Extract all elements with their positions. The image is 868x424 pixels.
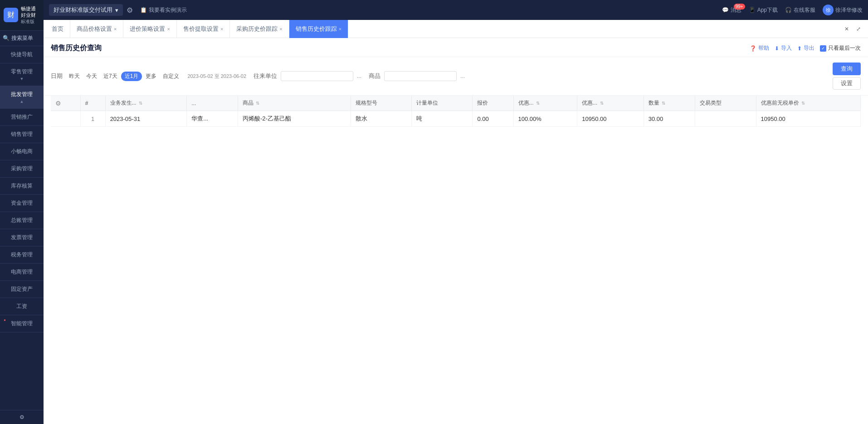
col-pretax-price[interactable]: 优惠前无税单价 ⇅ — [756, 96, 860, 111]
tab-label: 商品价格设置 — [77, 25, 112, 33]
tab-price-extract[interactable]: 售价提取设置 × — [177, 20, 230, 38]
sidebar-item-invoice[interactable]: 发票管理 — [0, 229, 44, 246]
sidebar-item-label: 智能管理 — [11, 320, 33, 328]
action-btn-group: 查询 设置 — [833, 63, 861, 90]
tab-label: 售价提取设置 — [183, 25, 219, 33]
import-btn[interactable]: ⬇ 导入 — [775, 44, 792, 52]
sidebar-logo-text: 畅捷通好业财 标准版 — [21, 5, 40, 25]
table-row[interactable]: 1 2023-05-31 华查... 丙烯酸-2-乙基己酯 散水 吨 0.00 … — [51, 111, 861, 127]
search-icon: 🔍 — [3, 35, 10, 41]
import-label: 导入 — [781, 44, 792, 52]
sidebar-item-label: 固定资产 — [11, 285, 33, 293]
sidebar-item-ecommerce[interactable]: 电商管理 — [0, 264, 44, 281]
cell-source: 华查... — [187, 111, 238, 127]
source-unit-more-btn[interactable]: ... — [357, 73, 361, 79]
tab-close-btn[interactable]: × — [339, 26, 341, 32]
col-more[interactable]: ... — [187, 96, 238, 111]
demo-link[interactable]: 📋 我要看实例演示 — [140, 6, 187, 14]
sidebar-search[interactable]: 🔍 搜索菜单 — [0, 31, 44, 46]
sidebar-item-label: 小畅电商 — [11, 148, 33, 155]
sidebar-item-marketing[interactable]: 营销推广 — [0, 109, 44, 126]
cell-trade-type — [695, 111, 756, 127]
username: 徐泽华修改 — [835, 6, 863, 14]
window-close-btn[interactable]: ✕ — [843, 25, 851, 33]
col-product[interactable]: 商品 ⇅ — [238, 96, 351, 111]
sidebar-item-label: 工资 — [16, 303, 27, 310]
window-maximize-btn[interactable]: ⤢ — [854, 25, 863, 33]
col-gear[interactable]: ⚙ — [51, 96, 80, 111]
product-filter: 商品 ... — [369, 71, 465, 81]
tab-close-btn[interactable]: × — [114, 26, 117, 32]
col-trade-type[interactable]: 交易类型 — [695, 96, 756, 111]
company-selector[interactable]: 好业财标准版交付试用 ▾ — [49, 4, 123, 16]
sidebar-search-label: 搜索菜单 — [11, 34, 33, 42]
sidebar-item-label: 发票管理 — [11, 234, 33, 241]
sidebar-settings-btn[interactable]: ⚙ — [0, 410, 44, 424]
sidebar-logo: 财 畅捷通好业财 标准版 — [0, 0, 44, 31]
sidebar-item-sales[interactable]: 销售管理 — [0, 126, 44, 143]
help-btn[interactable]: ❓ 帮助 — [750, 44, 769, 52]
sidebar-item-smart[interactable]: 智能管理 — [0, 315, 44, 332]
export-btn[interactable]: ⬆ 导出 — [797, 44, 814, 52]
tab-home[interactable]: 首页 — [45, 20, 70, 38]
date-btn-last7[interactable]: 近7天 — [101, 72, 120, 81]
sort-icon: ⇅ — [801, 101, 805, 106]
tab-product-price[interactable]: 商品价格设置 × — [70, 20, 123, 38]
sidebar-item-general[interactable]: 总账管理 — [0, 212, 44, 229]
app-download-btn[interactable]: 📱 App下载 — [749, 6, 778, 14]
online-service-btn[interactable]: 🎧 在线客服 — [785, 6, 815, 14]
sidebar-item-inventory[interactable]: 库存核算 — [0, 178, 44, 195]
export-label: 导出 — [804, 44, 814, 52]
message-icon: 💬 — [722, 7, 729, 13]
col-biz-date[interactable]: 业务发生... ⇅ — [105, 96, 187, 111]
cell-pretax-price: 10950.00 — [756, 111, 860, 127]
sidebar-item-assets[interactable]: 固定资产 — [0, 281, 44, 298]
sidebar-item-tax[interactable]: 税务管理 — [0, 246, 44, 264]
product-input[interactable] — [384, 71, 457, 81]
sidebar-item-purchase[interactable]: 采购管理 — [0, 160, 44, 178]
tab-label: 采购历史价跟踪 — [236, 25, 278, 33]
col-discount2[interactable]: 优惠... ⇅ — [577, 96, 644, 111]
tab-close-btn[interactable]: × — [167, 26, 170, 32]
sidebar-item-salary[interactable]: 工资 — [0, 298, 44, 315]
page-actions: ❓ 帮助 ⬇ 导入 ⬆ 导出 ✓ 只看最后一次 — [750, 44, 861, 52]
date-btn-today[interactable]: 今天 — [83, 72, 100, 81]
chevron-down-icon: ▾ — [115, 7, 118, 14]
tab-purchase-history[interactable]: 采购历史价跟踪 × — [230, 20, 289, 38]
tab-close-btn[interactable]: × — [279, 26, 282, 32]
sidebar-item-ecommerce-small[interactable]: 小畅电商 — [0, 143, 44, 160]
messages-btn[interactable]: 💬 消息 99+ — [722, 6, 741, 14]
date-btn-custom[interactable]: 自定义 — [160, 72, 182, 81]
product-more-btn[interactable]: ... — [460, 73, 465, 79]
import-icon: ⬇ — [775, 45, 779, 52]
col-price[interactable]: 报价 — [473, 96, 513, 111]
topbar-settings-icon[interactable]: ⚙ — [127, 6, 133, 14]
only-last-label: 只看最后一次 — [828, 44, 861, 52]
window-controls: ✕ ⤢ — [839, 25, 866, 33]
sidebar-item-retail[interactable]: 零售管理 ▼ — [0, 63, 44, 86]
sidebar-item-finance[interactable]: 资金管理 — [0, 195, 44, 212]
tab-sales-history[interactable]: 销售历史价跟踪 × — [289, 20, 348, 38]
online-service-label: 在线客服 — [794, 6, 815, 14]
table-header-row: ⚙ # 业务发生... ⇅ ... 商品 ⇅ 规格型号 计量单位 报价 优惠..… — [51, 96, 861, 111]
settings-btn[interactable]: 设置 — [833, 77, 861, 90]
user-menu[interactable]: 徐 徐泽华修改 — [823, 5, 863, 15]
only-last-checkbox[interactable]: ✓ 只看最后一次 — [820, 44, 861, 52]
col-unit[interactable]: 计量单位 — [412, 96, 473, 111]
cell-quantity: 30.00 — [644, 111, 695, 127]
tab-close-btn[interactable]: × — [220, 26, 223, 32]
sort-icon: ⇅ — [600, 101, 604, 106]
sidebar-item-wholesale[interactable]: 批发管理 ▲ — [0, 86, 44, 109]
source-unit-input[interactable] — [281, 71, 353, 81]
col-quantity[interactable]: 数量 ⇅ — [644, 96, 695, 111]
query-btn[interactable]: 查询 — [833, 63, 861, 75]
date-btn-last1month[interactable]: 近1月 — [121, 72, 142, 81]
company-selector-label: 好业财标准版交付试用 — [54, 6, 112, 14]
sidebar-item-quicknav[interactable]: 快捷导航 — [0, 46, 44, 63]
col-discount1[interactable]: 优惠... ⇅ — [513, 96, 577, 111]
cell-discount1: 100.00% — [513, 111, 577, 127]
tab-purchase-strategy[interactable]: 进价策略设置 × — [123, 20, 176, 38]
date-btn-yesterday[interactable]: 昨天 — [66, 72, 83, 81]
col-spec[interactable]: 规格型号 — [351, 96, 411, 111]
date-btn-more[interactable]: 更多 — [143, 72, 159, 81]
